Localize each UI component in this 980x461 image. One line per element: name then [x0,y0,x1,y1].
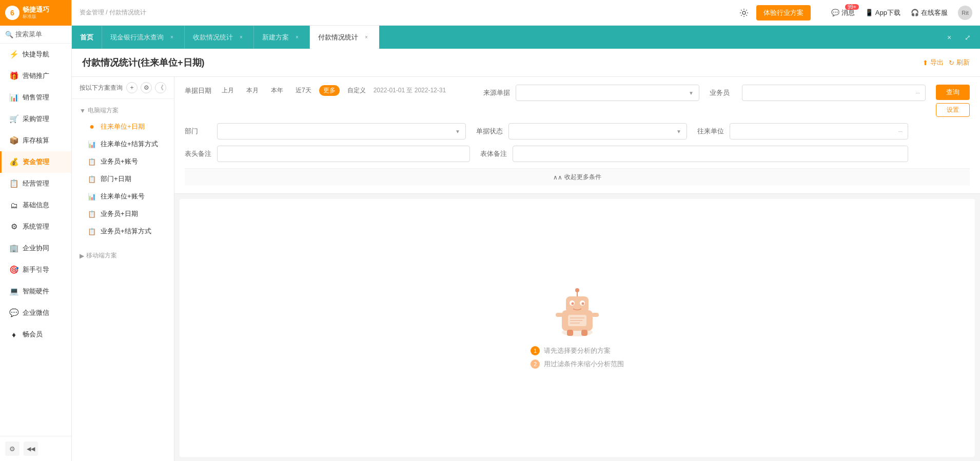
settings-btn[interactable]: 设置 [936,103,970,117]
date-last-7[interactable]: 近7天 [291,85,316,96]
app-download-btn[interactable]: 📱 App下载 [865,8,900,17]
tab-receipt[interactable]: 收款情况统计 × [185,26,254,49]
service-btn[interactable]: 🎧 在线客服 [911,8,948,17]
staff-arrow-icon: ··· [916,90,920,96]
voucher-status-select[interactable]: ▼ [508,123,687,139]
date-this-month[interactable]: 本月 [242,85,263,96]
svg-rect-13 [581,330,587,336]
side-panel-add-btn[interactable]: + [126,82,138,93]
sidebar-collapse-btn[interactable]: ◀◀ [24,442,38,456]
empty-robot-icon [546,287,608,338]
dept-label: 部门 [185,127,213,136]
tab-close-new-scheme[interactable]: × [293,33,301,42]
scheme-item-partner-account[interactable]: 📊 往来单位+账号 [72,188,174,205]
partner-select[interactable]: ··· [730,123,908,139]
query-btn[interactable]: 查询 [936,85,970,100]
source-label: 来源单据 [483,88,512,97]
filter-item-date: 单据日期 上月 本月 本年 近7天 更多 自定义 2022-01-01 至 20… [185,85,473,96]
tab-close-receipt[interactable]: × [237,33,245,42]
tab-window-expand[interactable]: ⤢ [961,30,975,45]
tab-bank[interactable]: 现金银行流水查询 × [102,26,185,49]
guide-icon: 🎯 [9,265,18,274]
system-icon: ⚙ [9,222,18,231]
date-this-year[interactable]: 本年 [266,85,288,96]
tab-new-scheme[interactable]: 新建方案 × [254,26,310,49]
date-more[interactable]: 更多 [319,85,340,96]
side-panel-collapse-btn[interactable]: 《 [155,82,166,93]
staff-select[interactable]: ··· [742,85,926,101]
sidebar-item-system[interactable]: ⚙ 系统管理 [0,216,71,237]
sidebar-item-quick-nav[interactable]: ⚡ 快捷导航 [0,44,71,65]
scheme-item-dept-date[interactable]: 📋 部门+日期 [72,170,174,188]
filter-item-partner: 往来单位 ··· [697,123,908,139]
industry-btn[interactable]: 体验行业方案 [756,5,811,21]
page-header-actions: ⬆ 导出 ↻ 刷新 [923,58,970,67]
basic-icon: 🗂 [9,201,18,210]
empty-tip-2: 2 用过滤条件来缩小分析范围 [531,359,624,369]
refresh-btn[interactable]: ↻ 刷新 [949,58,970,67]
page-header: 付款情况统计(往来单位+日期) ⬆ 导出 ↻ 刷新 [72,49,980,77]
sidebar-item-marketing[interactable]: 🎁 营销推广 [0,65,71,87]
quick-nav-icon: ⚡ [9,50,18,59]
filter-item-voucher-status: 单据状态 ▼ [476,123,687,139]
purchase-icon: 🛒 [9,114,18,124]
sidebar-item-capital[interactable]: 💰 资金管理 [0,151,71,173]
sidebar-logo: 6 畅捷通巧 标准版 [0,0,71,26]
table-body-note-input[interactable] [513,146,908,162]
dept-select[interactable]: ▼ [217,123,466,139]
tab-home[interactable]: 首页 [72,26,102,49]
topbar-settings-btn[interactable] [737,6,751,20]
svg-point-5 [575,288,579,292]
scheme-group-mobile-title[interactable]: ▶ 移动端方案 [72,248,174,263]
sidebar-item-sales[interactable]: 📊 销售管理 [0,87,71,108]
tab-close-payment[interactable]: × [362,33,370,42]
app-icon: 📱 [865,9,873,16]
scheme-item-staff-date[interactable]: 📋 业务员+日期 [72,205,174,223]
scheme-item-staff-settlement[interactable]: 📋 业务员+结算方式 [72,223,174,240]
sidebar-item-basic[interactable]: 🗂 基础信息 [0,194,71,216]
sidebar-settings-btn[interactable]: ⚙ [5,442,19,456]
scheme-item-partner-date[interactable]: ● 往来单位+日期 [72,118,174,135]
scheme-item-partner-settlement[interactable]: 📊 往来单位+结算方式 [72,135,174,153]
sidebar-item-enterprise[interactable]: 🏢 企业协同 [0,237,71,259]
table-header-note-input[interactable] [217,146,470,162]
source-select[interactable]: ▼ [516,85,699,101]
sidebar-item-hardware[interactable]: 💻 智能硬件 [0,280,71,302]
filter-main: 单据日期 上月 本月 本年 近7天 更多 自定义 2022-01-01 至 20… [174,77,980,461]
sidebar-item-weixin[interactable]: 💬 企业微信 [0,302,71,324]
capital-icon: 💰 [9,157,18,167]
scheme-item-staff-account[interactable]: 📋 业务员+账号 [72,153,174,170]
refresh-icon: ↻ [949,59,954,67]
topbar-breadcrumb: 资金管理 / 付款情况统计 [80,8,732,17]
side-panel-settings-btn[interactable]: ⚙ [141,82,152,93]
operation-icon: 📋 [9,179,18,188]
source-arrow-icon: ▼ [689,90,694,96]
inventory-icon: 📦 [9,136,18,145]
tab-close-bank[interactable]: × [168,33,176,42]
svg-point-0 [742,11,746,14]
tab-payment[interactable]: 付款情况统计 × [310,26,379,49]
sidebar-item-guide[interactable]: 🎯 新手引导 [0,259,71,280]
filter-item-table-body-note: 表体备注 [480,146,908,162]
svg-rect-12 [567,330,573,336]
sidebar-item-inventory[interactable]: 📦 库存核算 [0,130,71,151]
scheme-group-desktop-title[interactable]: ▼ 电脑端方案 [72,103,174,118]
sidebar-item-vip[interactable]: ♦ 畅会员 [0,324,71,345]
search-icon: 🔍 [5,31,13,38]
service-icon: 🎧 [911,9,919,16]
sidebar-item-purchase[interactable]: 🛒 采购管理 [0,108,71,130]
vip-icon: ♦ [9,330,18,339]
hardware-icon: 💻 [9,287,18,296]
tab-window-close[interactable]: × [942,30,956,45]
message-btn[interactable]: 💬 消息 99+ [831,8,855,17]
user-avatar[interactable]: Rit [958,6,972,20]
filter-item-source: 来源单据 ▼ [483,85,699,101]
date-prev-month[interactable]: 上月 [217,85,239,96]
page-title: 付款情况统计(往来单位+日期) [82,56,205,69]
sidebar-search[interactable]: 🔍 搜索菜单 [0,26,71,44]
filter-row-3: 表头备注 表体备注 [185,146,970,162]
sidebar-item-operation[interactable]: 📋 经营管理 [0,173,71,194]
date-custom[interactable]: 自定义 [343,85,370,96]
export-btn[interactable]: ⬆ 导出 [923,58,944,67]
collapse-more-btn[interactable]: ∧∧ 收起更多条件 [185,168,970,186]
